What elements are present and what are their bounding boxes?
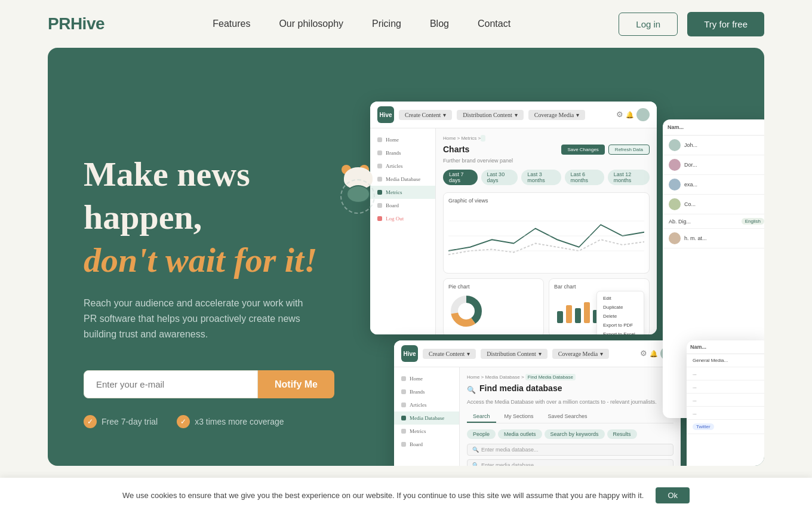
avatar-4 bbox=[669, 198, 681, 210]
sidebar2-home[interactable]: Home bbox=[394, 372, 459, 385]
tab-my-sections[interactable]: My Sections bbox=[499, 411, 540, 423]
context-excel[interactable]: Export to Excel bbox=[597, 330, 644, 334]
bar-chart-svg bbox=[554, 293, 602, 323]
user-avatar[interactable] bbox=[636, 108, 650, 121]
app-actions: Save Changes Refresh Data bbox=[561, 145, 650, 155]
refresh-data-button[interactable]: Refresh Data bbox=[608, 145, 650, 155]
svg-rect-8 bbox=[575, 308, 581, 323]
mascot bbox=[334, 167, 382, 215]
app-nav-cov-2[interactable]: Coverage Media ▾ bbox=[552, 349, 609, 359]
filter-results[interactable]: Results bbox=[607, 429, 637, 439]
app-nav-create[interactable]: Create Content ▾ bbox=[399, 110, 452, 120]
pie-chart-svg bbox=[448, 293, 484, 329]
side-item-5[interactable]: Ab. Dig... English bbox=[663, 214, 764, 229]
settings-icon[interactable]: ⚙ bbox=[616, 110, 623, 119]
filter-tabs: People Media outlets Search by keywords … bbox=[467, 429, 673, 439]
hero-heading-italic: don't wait for it! bbox=[84, 241, 334, 279]
context-delete[interactable]: Delete bbox=[597, 312, 644, 321]
filter-people[interactable]: People bbox=[467, 429, 496, 439]
brand-logo[interactable]: PRHive bbox=[48, 14, 104, 33]
nav-actions: Log in Try for free bbox=[619, 12, 764, 36]
bell-icon[interactable]: 🔔 bbox=[626, 111, 634, 119]
app-nav-dist-2[interactable]: Distribution Content ▾ bbox=[481, 349, 548, 359]
mascot-orbit bbox=[340, 179, 375, 214]
save-changes-button[interactable]: Save Changes bbox=[561, 145, 604, 155]
context-duplicate[interactable]: Duplicate bbox=[597, 303, 644, 312]
side2-item-3[interactable]: ... bbox=[687, 380, 764, 394]
side-item-1[interactable]: Joh... bbox=[663, 136, 764, 155]
chart-label: Graphic of views bbox=[448, 198, 644, 204]
badge-trial-text: Free 7-day trial bbox=[102, 417, 158, 426]
app-sidebar: Home Brands Articles Media Database bbox=[370, 128, 436, 334]
app-page-subtitle: Further brand overview panel bbox=[443, 158, 650, 164]
login-button[interactable]: Log in bbox=[619, 13, 678, 36]
check-icon-2: ✓ bbox=[177, 415, 190, 428]
avatar-1 bbox=[669, 139, 681, 151]
context-pdf[interactable]: Export to PDF bbox=[597, 321, 644, 330]
line-chart bbox=[448, 206, 644, 266]
tab-saved-searches[interactable]: Saved Searches bbox=[542, 411, 593, 423]
media-search-box1[interactable]: 🔍 Enter media database... bbox=[467, 444, 673, 456]
bell-icon-2[interactable]: 🔔 bbox=[650, 350, 658, 358]
nav-blog[interactable]: Blog bbox=[430, 19, 449, 29]
side2-item-4[interactable]: ... bbox=[687, 394, 764, 407]
context-edit[interactable]: Edit bbox=[597, 294, 644, 303]
pie-chart-title: Pie chart bbox=[448, 284, 539, 290]
settings-icon-2[interactable]: ⚙ bbox=[640, 349, 647, 358]
tab-3months[interactable]: Last 3 months bbox=[521, 170, 561, 185]
side-item-6[interactable]: h. m. at... bbox=[663, 229, 764, 248]
chart-views: Graphic of views bbox=[443, 192, 650, 274]
tab-7days[interactable]: Last 7 days bbox=[443, 170, 478, 185]
filter-keywords[interactable]: Search by keywords bbox=[545, 429, 605, 439]
app-nav-distribution[interactable]: Distribution Content ▾ bbox=[457, 110, 524, 120]
bar-chart-title: Bar chart bbox=[554, 284, 644, 290]
app-body: Home Brands Articles Media Database bbox=[370, 128, 657, 334]
avatar-2 bbox=[669, 159, 681, 171]
side2-item-twitter[interactable]: Twitter bbox=[687, 420, 764, 434]
side-item-2[interactable]: Dor... bbox=[663, 155, 764, 175]
sidebar2-articles[interactable]: Articles bbox=[394, 398, 459, 411]
sidebar-brands[interactable]: Brands bbox=[370, 146, 435, 159]
tag-english: English bbox=[742, 218, 764, 225]
tab-6months[interactable]: Last 6 months bbox=[565, 170, 604, 185]
tab-30days[interactable]: Last 30 days bbox=[481, 170, 518, 185]
app-body-2: Home Brands Articles Media Database bbox=[394, 367, 681, 466]
notify-button[interactable]: Notify Me bbox=[258, 370, 334, 398]
filter-media[interactable]: Media outlets bbox=[498, 429, 542, 439]
hero-form: Notify Me bbox=[84, 370, 334, 398]
app-nav-coverage[interactable]: Coverage Media ▾ bbox=[528, 110, 585, 120]
try-button[interactable]: Try for free bbox=[687, 12, 764, 36]
sidebar-icon bbox=[377, 216, 382, 221]
nav-pricing[interactable]: Pricing bbox=[372, 19, 401, 29]
side2-item-5[interactable]: ... bbox=[687, 407, 764, 420]
hero-section: Make news happen, don't wait for it! Rea… bbox=[48, 48, 764, 466]
sidebar2-brands[interactable]: Brands bbox=[394, 385, 459, 398]
tab-search[interactable]: Search bbox=[467, 411, 496, 423]
bar-chart-card: Bar chart Edit bbox=[549, 278, 650, 334]
app-main-2: Home > Media Database > Find Media Datab… bbox=[460, 367, 681, 466]
badge-coverage: ✓ x3 times more coverage bbox=[177, 415, 284, 428]
media-search-box2[interactable]: 🔍 Enter media database... bbox=[467, 459, 673, 466]
hero-badges: ✓ Free 7-day trial ✓ x3 times more cover… bbox=[84, 415, 334, 428]
hero-left: Make news happen, don't wait for it! Rea… bbox=[48, 84, 370, 466]
side-item-4[interactable]: Co... bbox=[663, 195, 764, 214]
app-topbar: Hive Create Content ▾ Distribution Conte… bbox=[370, 102, 657, 128]
screenshot-charts: Hive Create Content ▾ Distribution Conte… bbox=[370, 102, 657, 334]
side-item-3[interactable]: exa... bbox=[663, 175, 764, 195]
sidebar2-metrics[interactable]: Metrics bbox=[394, 425, 459, 438]
media-db-subtitle: Access the Media Database with over a mi… bbox=[467, 399, 673, 405]
sidebar2-board[interactable]: Board bbox=[394, 438, 459, 451]
tab-12months[interactable]: Last 12 months bbox=[608, 170, 650, 185]
sidebar2-media[interactable]: Media Database bbox=[394, 411, 459, 425]
email-input[interactable] bbox=[84, 370, 258, 398]
side2-header: Nam... bbox=[687, 340, 764, 354]
side2-item-2[interactable]: ... bbox=[687, 367, 764, 380]
nav-philosophy[interactable]: Our philosophy bbox=[279, 19, 343, 29]
sidebar-home[interactable]: Home bbox=[370, 133, 435, 146]
app-nav-create-2[interactable]: Create Content ▾ bbox=[423, 349, 476, 359]
nav-features[interactable]: Features bbox=[213, 19, 250, 29]
cookie-ok-button[interactable]: Ok bbox=[656, 487, 690, 503]
side2-item-1[interactable]: General Media... bbox=[687, 354, 764, 367]
side-header: Nam... bbox=[663, 119, 764, 136]
nav-contact[interactable]: Contact bbox=[478, 19, 510, 29]
